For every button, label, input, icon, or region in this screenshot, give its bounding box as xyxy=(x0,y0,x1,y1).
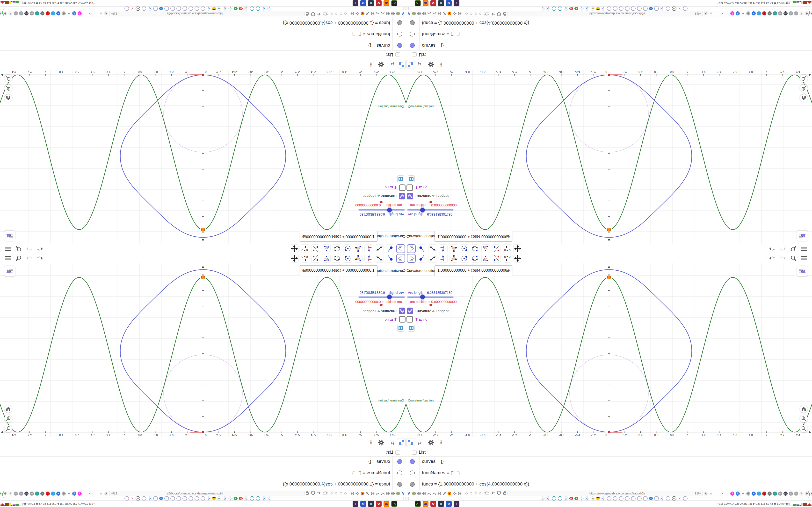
address-bar[interactable]: https://www.geogebra.org/classic/aagcxh3… xyxy=(507,11,703,16)
bookmark-favicon-ring[interactable] xyxy=(654,6,659,11)
plus-blue-icon[interactable]: + xyxy=(56,492,60,496)
reload-icon[interactable]: ⟳ xyxy=(88,492,92,496)
graphics-view[interactable]: -2.4-2.2-2-1.8-1.6-1.4-1.2-1-0.8-0.6-0.4… xyxy=(0,264,406,437)
wrench-icon[interactable] xyxy=(366,12,370,16)
tree-view-icon[interactable] xyxy=(397,60,406,69)
purple-mask-icon[interactable]: ◕ xyxy=(454,501,459,507)
globe-icon[interactable] xyxy=(437,12,441,16)
fx-icon[interactable]: fx xyxy=(387,438,396,447)
ellipse-tool-icon[interactable] xyxy=(471,244,479,253)
bookmark-favicon-ring[interactable] xyxy=(666,496,670,501)
shield-gray-icon[interactable]: ⌂ xyxy=(19,12,23,16)
curvature-function-dropdown[interactable]: 1.000000000000 + cos(4.000000000000 x) xyxy=(300,231,377,242)
move-graphics-tool-icon[interactable] xyxy=(290,254,299,263)
line-tool-icon[interactable] xyxy=(428,244,437,253)
globe-icon[interactable] xyxy=(457,12,462,16)
folder-icon[interactable] xyxy=(323,491,327,495)
bookmark-favicon-ring-teal[interactable] xyxy=(552,6,556,11)
visibility-marble[interactable] xyxy=(397,32,402,37)
bookmark-favicon-G[interactable]: G xyxy=(564,496,568,501)
point-tool-icon[interactable]: A xyxy=(418,254,426,263)
terminal-icon[interactable]: >_ xyxy=(415,501,421,507)
globe-icon[interactable] xyxy=(437,492,441,496)
search-icon[interactable] xyxy=(15,255,22,262)
bookmark-favicon-ring[interactable] xyxy=(176,496,181,501)
bookmark-favicon-G[interactable]: G xyxy=(244,496,248,501)
shield-icon[interactable] xyxy=(497,491,501,495)
wrench-icon[interactable] xyxy=(366,492,370,496)
gear-icon[interactable] xyxy=(355,492,360,496)
visibility-marble[interactable] xyxy=(410,43,415,48)
arrow-icon[interactable]: → xyxy=(94,12,98,16)
visibility-marble[interactable] xyxy=(397,20,402,25)
share-icon[interactable]: ↱ xyxy=(800,492,804,496)
lock-icon[interactable] xyxy=(305,491,309,495)
point-tool-icon[interactable]: A xyxy=(386,254,394,263)
bookmark-favicon-G[interactable]: G xyxy=(660,6,664,11)
move-tool-icon[interactable] xyxy=(407,244,416,253)
bookmark-favicon-W[interactable]: W xyxy=(591,6,595,11)
red-gear-icon[interactable]: ⚙ xyxy=(430,501,436,507)
terminal-icon[interactable]: >_ xyxy=(415,0,421,6)
floppy64-icon[interactable]: 64 xyxy=(360,0,366,6)
back-arrow-icon[interactable] xyxy=(491,491,495,495)
bookmark-favicon-G[interactable]: G xyxy=(564,6,568,11)
lock-icon[interactable] xyxy=(503,491,507,495)
angle-tool-icon[interactable]: α xyxy=(481,254,490,263)
move-graphics-tool-icon[interactable] xyxy=(513,254,522,263)
bookmark-favicon-ring-teal[interactable] xyxy=(552,496,556,501)
algebra-row[interactable]: funcNames = {" "} xyxy=(0,28,406,39)
bookmark-favicon-Y[interactable]: Я xyxy=(569,7,573,10)
curvature-tangent-checkbox[interactable] xyxy=(407,307,413,314)
container-icon[interactable]: ▭ xyxy=(778,492,782,496)
translate-blue-icon[interactable]: A xyxy=(72,12,77,16)
dark-badge-icon[interactable]: uo xyxy=(783,492,788,496)
perpendicular-tool-icon[interactable] xyxy=(439,244,448,253)
search-icon[interactable] xyxy=(790,245,797,252)
globe-icon[interactable] xyxy=(371,492,375,496)
bookmark-favicon-G[interactable]: G xyxy=(660,496,664,501)
bookmark-favicon-ring[interactable] xyxy=(619,496,623,501)
zoom-in-button[interactable] xyxy=(800,84,808,92)
arc-icon[interactable] xyxy=(376,492,380,496)
graphics-settings-button[interactable] xyxy=(797,266,808,276)
zoom-out-button[interactable] xyxy=(4,74,12,82)
tracing-checkbox[interactable] xyxy=(406,184,413,191)
fx-icon[interactable]: fx xyxy=(416,60,425,69)
plus-blue-icon[interactable]: + xyxy=(752,12,756,16)
arc-length-slider[interactable] xyxy=(358,209,405,211)
star-icon[interactable]: ☆ xyxy=(99,492,103,496)
bookmark-favicon-G[interactable]: G xyxy=(546,6,550,11)
bookmark-favicon-ring[interactable] xyxy=(142,496,146,501)
purple-mask-icon[interactable]: ◕ xyxy=(454,0,459,6)
vivaldi-icon[interactable]: V xyxy=(401,492,405,496)
zoom-in-button[interactable] xyxy=(4,415,12,422)
home-button[interactable] xyxy=(800,405,808,412)
address-bar[interactable]: https://www.geogebra.org/classic/aagcxh3… xyxy=(109,491,305,496)
gear-icon[interactable] xyxy=(426,60,435,69)
bookmark-favicon-W[interactable]: W xyxy=(217,496,221,501)
menu-icon[interactable] xyxy=(4,255,12,262)
share-icon[interactable]: ↱ xyxy=(800,12,804,16)
globe-gray-icon[interactable]: ○ xyxy=(794,12,798,16)
graphics-view[interactable]: -2.4-2.2-2-1.8-1.6-1.4-1.2-1-0.8-0.6-0.4… xyxy=(406,264,812,437)
algebra-row[interactable]: funcNames = {" "} xyxy=(406,28,812,39)
collapse-button[interactable]: − xyxy=(412,52,417,56)
bookmark-favicon-G[interactable]: G xyxy=(148,6,152,11)
bookmark-favicon-green-dot[interactable]: ▴ xyxy=(574,497,578,500)
red-gear-icon[interactable]: ⚙ xyxy=(376,0,382,6)
brush-icon[interactable]: / xyxy=(730,492,734,496)
folder-icon[interactable] xyxy=(485,491,489,495)
dark-badge-icon[interactable]: uo xyxy=(783,12,788,16)
ellipse-tool-icon[interactable] xyxy=(333,254,341,263)
bookmark-favicon-Y[interactable]: Я xyxy=(239,497,243,500)
floppy64-icon[interactable]: 64 xyxy=(446,501,452,507)
container-icon[interactable]: ▭ xyxy=(778,12,782,16)
bookmark-favicon-ring[interactable] xyxy=(666,6,670,11)
algebra-row[interactable]: funcs = {1.000000000000 + cos(4.00000000… xyxy=(0,17,406,28)
polygon-tool-icon[interactable] xyxy=(450,254,458,263)
line-tool-icon[interactable] xyxy=(375,244,384,253)
bookmark-favicon-half-yellow[interactable] xyxy=(596,497,600,500)
globe-color-icon[interactable]: ◌ xyxy=(35,12,39,16)
trash-icon[interactable]: ▫ xyxy=(40,12,45,16)
